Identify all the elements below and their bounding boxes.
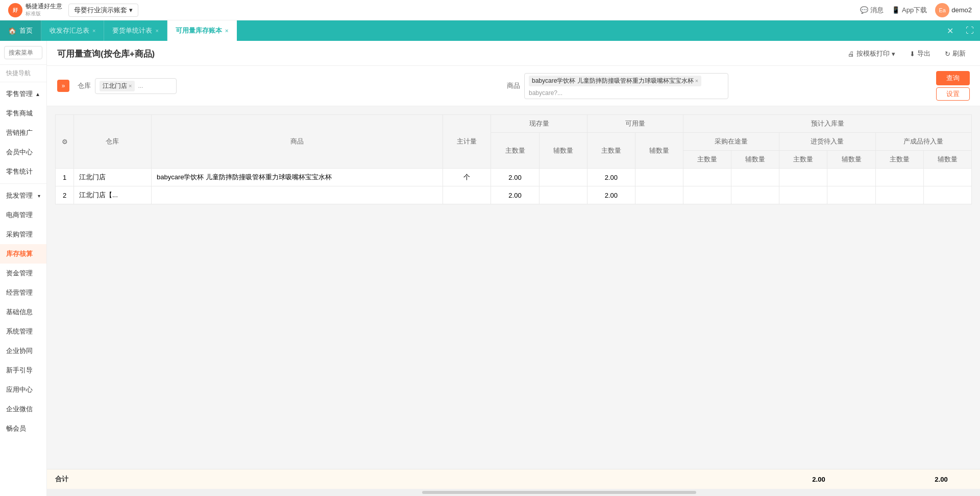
tab-receive-summary-close[interactable]: × <box>92 28 95 34</box>
sidebar-enterprise-wechat-label: 企业微信 <box>6 405 33 414</box>
export-icon: ⬇ <box>910 50 915 58</box>
th-current-aux: 辅数量 <box>539 133 587 169</box>
tab-available-stock-label: 可用量库存账本 <box>176 26 222 35</box>
cell-available-aux <box>635 169 683 186</box>
sidebar-inventory-label: 库存核算 <box>6 249 33 258</box>
sidebar-system-label: 系统管理 <box>6 327 33 336</box>
sidebar-item-finance[interactable]: 资金管理 <box>0 264 46 283</box>
summary-available-main: 2.00 <box>911 476 972 483</box>
cell-current-aux <box>539 169 587 186</box>
th-settings[interactable]: ⚙ <box>56 115 74 169</box>
sidebar-item-enterprise[interactable]: 企业协同 <box>0 341 46 361</box>
sidebar-item-member-center[interactable]: 会员中心 <box>0 143 46 162</box>
tab-order-stats[interactable]: 要货单统计表 × <box>104 20 167 41</box>
sidebar-item-vip[interactable]: 畅会员 <box>0 419 46 438</box>
horizontal-scrollbar[interactable] <box>47 489 980 496</box>
sidebar-item-inventory[interactable]: 库存核算 <box>0 244 46 264</box>
th-warehouse: 仓库 <box>74 115 152 169</box>
sidebar-item-zero-sales-mgmt[interactable]: 零售管理 ▲ <box>0 84 46 104</box>
cell-warehouse: 江北门店【... <box>74 186 152 204</box>
sidebar-item-zero-stats[interactable]: 零售统计 <box>0 162 46 181</box>
query-button[interactable]: 查询 <box>936 71 970 85</box>
print-template-button[interactable]: 🖨 按模板打印 ▾ <box>844 47 899 60</box>
avatar: Ea <box>935 3 949 17</box>
sidebar-item-ecommerce[interactable]: 电商管理 <box>0 205 46 225</box>
product-tag-input[interactable]: babycare学饮杯 儿童防摔防撞吸管杯重力球吸嘴杯宝宝水杯 × babyca… <box>524 73 728 99</box>
summary-label: 合计 <box>55 475 96 484</box>
warehouse-tag-1: 江北门店 × <box>100 81 135 91</box>
sidebar-item-base-info[interactable]: 基础信息 <box>0 302 46 322</box>
sidebar-ecommerce-label: 电商管理 <box>6 210 33 220</box>
th-production-main: 主数量 <box>875 151 923 169</box>
cell-available-main: 2.00 <box>587 169 635 186</box>
th-current-main: 主数量 <box>491 133 539 169</box>
tab-available-stock[interactable]: 可用量库存账本 × <box>167 20 237 41</box>
print-chevron-icon: ▾ <box>892 50 895 58</box>
cell-available-aux <box>635 186 683 204</box>
tab-available-stock-close[interactable]: × <box>225 28 228 34</box>
refresh-button[interactable]: ↻ 刷新 <box>941 47 970 60</box>
filter-actions: 查询 设置 <box>936 71 970 101</box>
th-available: 可用量 <box>587 115 683 133</box>
nav-tabs-spacer <box>237 20 941 41</box>
table-row: 2 江北门店【... 2.00 2.00 <box>56 186 972 204</box>
filter-expand-button[interactable]: » <box>57 80 69 92</box>
sidebar-item-zero-mall[interactable]: 零售商城 <box>0 104 46 123</box>
th-purchase-transit-main: 主数量 <box>683 151 731 169</box>
username: demo2 <box>951 6 972 14</box>
cell-index: 1 <box>56 169 74 186</box>
refresh-label: 刷新 <box>952 49 966 58</box>
th-production: 产成品待入量 <box>875 133 971 151</box>
cell-incoming-main <box>779 186 827 204</box>
product-tag-1-close[interactable]: × <box>695 78 698 84</box>
user-profile[interactable]: Ea demo2 <box>935 3 972 17</box>
cell-product: babycare学饮杯 儿童防摔防撞吸管杯重力球吸嘴杯宝宝水杯 <box>151 169 443 186</box>
app-download-button[interactable]: 📱 App下载 <box>892 6 927 15</box>
sidebar-item-operations[interactable]: 经营管理 <box>0 283 46 302</box>
message-button[interactable]: 💬 消息 <box>860 6 884 15</box>
warehouse-tag-1-close[interactable]: × <box>129 83 132 89</box>
scrollbar-thumb <box>422 491 696 494</box>
home-icon: 🏠 <box>8 27 16 35</box>
sidebar-item-purchase-mgmt[interactable]: 采购管理 <box>0 225 46 244</box>
cell-index: 2 <box>56 186 74 204</box>
logo-text-area: 畅捷通好生意 标准版 <box>26 3 62 18</box>
sidebar-purchase-label: 采购管理 <box>6 230 33 239</box>
th-purchase-transit-aux: 辅数量 <box>731 151 779 169</box>
top-bar-right: 💬 消息 📱 App下载 Ea demo2 <box>860 3 972 17</box>
industry-chevron-icon: ▾ <box>129 6 133 14</box>
industry-selector[interactable]: 母婴行业演示账套 ▾ <box>68 4 138 17</box>
table-container[interactable]: ⚙ 仓库 商品 主计量 现存量 可用量 预计入库量 主数量 辅数量 主数量 辅数… <box>47 106 980 469</box>
cell-purchase-transit-main <box>683 169 731 186</box>
sidebar-app-center-label: 应用中心 <box>6 385 33 394</box>
filter-bar: » 仓库 江北门店 × ... 商品 babycare学饮杯 儿童防摔防撞吸管杯… <box>47 66 980 106</box>
sidebar-item-app-center[interactable]: 应用中心 <box>0 380 46 399</box>
print-template-label: 按模板打印 <box>856 49 890 58</box>
sidebar-marketing-label: 营销推广 <box>6 128 33 137</box>
sidebar-item-marketing[interactable]: 营销推广 <box>0 123 46 143</box>
export-button[interactable]: ⬇ 导出 <box>905 47 935 60</box>
th-production-aux: 辅数量 <box>923 151 971 169</box>
settings-button[interactable]: 设置 <box>936 87 970 101</box>
sidebar-zero-sales-label: 零售管理 <box>6 89 33 99</box>
sidebar-wholesale-arrow: ▾ <box>38 193 40 199</box>
nav-close-button[interactable]: ✕ <box>941 20 960 41</box>
sidebar-zero-mall-label: 零售商城 <box>6 109 33 118</box>
tab-receive-summary[interactable]: 收发存汇总表 × <box>41 20 104 41</box>
sidebar-item-system[interactable]: 系统管理 <box>0 322 46 341</box>
search-input[interactable] <box>4 46 42 59</box>
sidebar-vip-label: 畅会员 <box>6 424 26 433</box>
expand-icon: » <box>62 82 65 89</box>
tab-home[interactable]: 🏠 首页 <box>0 20 41 41</box>
nav-maximize-button[interactable]: ⛶ <box>960 20 980 41</box>
tab-order-stats-close[interactable]: × <box>155 28 158 34</box>
warehouse-tag-input[interactable]: 江北门店 × ... <box>95 78 177 94</box>
th-incoming-main: 主数量 <box>779 151 827 169</box>
sidebar-item-wholesale-mgmt[interactable]: 批发管理 ▾ <box>0 186 46 205</box>
sidebar-base-info-label: 基础信息 <box>6 308 33 317</box>
page-title: 可用量查询(按仓库+商品) <box>57 48 155 60</box>
warehouse-tag-1-text: 江北门店 <box>103 82 127 90</box>
sidebar-item-enterprise-wechat[interactable]: 企业微信 <box>0 399 46 419</box>
sidebar-item-new-guide[interactable]: 新手引导 <box>0 361 46 380</box>
filter-product-group: 商品 babycare学饮杯 儿童防摔防撞吸管杯重力球吸嘴杯宝宝水杯 × bab… <box>507 73 928 99</box>
